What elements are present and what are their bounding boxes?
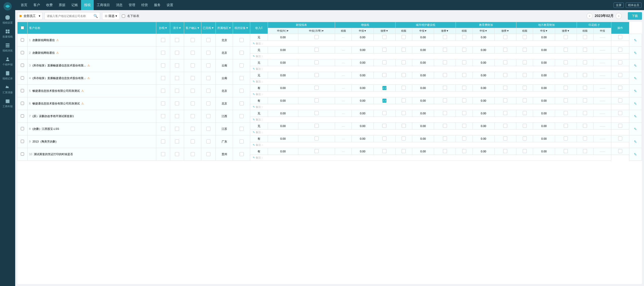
checkbox-unchecked[interactable] bbox=[618, 48, 622, 52]
search-icon[interactable]: 🔍 bbox=[93, 14, 98, 18]
cell-city-report[interactable] bbox=[434, 72, 456, 79]
checkbox-unchecked[interactable] bbox=[564, 149, 568, 153]
checkbox-unchecked[interactable] bbox=[382, 35, 386, 39]
checkbox-unchecked[interactable] bbox=[503, 149, 507, 153]
checkbox-unchecked[interactable] bbox=[462, 73, 466, 77]
checkbox-unchecked[interactable] bbox=[191, 101, 195, 105]
cell-stamp-report[interactable] bbox=[611, 123, 629, 130]
checkbox-unchecked[interactable] bbox=[523, 149, 527, 153]
checkbox-unchecked[interactable] bbox=[161, 76, 165, 80]
cell-edu-report[interactable] bbox=[494, 47, 516, 53]
cell-finance-year[interactable] bbox=[298, 47, 335, 53]
cell-local-report[interactable] bbox=[555, 123, 577, 130]
row-checkbox[interactable] bbox=[21, 140, 24, 143]
cell-edu-report[interactable] bbox=[494, 85, 516, 92]
cell-paid[interactable] bbox=[201, 34, 216, 47]
cell-finance-year[interactable] bbox=[298, 110, 335, 117]
checkbox-unchecked[interactable] bbox=[503, 35, 507, 39]
checkbox-unchecked[interactable] bbox=[564, 60, 568, 64]
checkbox-unchecked[interactable] bbox=[240, 139, 244, 144]
cell-city-pay[interactable] bbox=[456, 59, 473, 66]
cell-vat-pay[interactable] bbox=[395, 34, 412, 41]
checkbox-unchecked[interactable] bbox=[618, 60, 622, 64]
cell-city-report[interactable] bbox=[434, 135, 456, 142]
cell-action[interactable]: ✎ bbox=[629, 123, 642, 135]
checkbox-unchecked[interactable] bbox=[618, 149, 622, 153]
checkbox-unchecked[interactable] bbox=[402, 48, 406, 52]
edit-remark-icon[interactable]: ✎ bbox=[253, 93, 255, 96]
nav-records[interactable]: 记账 bbox=[68, 0, 81, 10]
checkbox-unchecked[interactable] bbox=[315, 73, 319, 77]
edit-remark-icon[interactable]: ✎ bbox=[253, 144, 255, 146]
cell-local-pay[interactable] bbox=[577, 148, 593, 155]
checkbox-unchecked[interactable] bbox=[503, 86, 507, 90]
checkbox-checked[interactable]: ✓ bbox=[382, 99, 386, 103]
cell-finance-year[interactable] bbox=[298, 85, 335, 92]
checkbox-unchecked[interactable] bbox=[618, 35, 622, 39]
cell-copy-tax[interactable] bbox=[156, 59, 170, 72]
cell-vat-pay[interactable] bbox=[395, 123, 412, 130]
cell-copy-tax[interactable] bbox=[156, 85, 170, 97]
checkbox-unchecked[interactable] bbox=[240, 89, 244, 93]
cell-paid[interactable] bbox=[201, 135, 216, 148]
row-checkbox[interactable] bbox=[21, 114, 24, 118]
cell-confirm[interactable] bbox=[184, 59, 201, 72]
checkbox-unchecked[interactable] bbox=[402, 124, 406, 128]
checkbox-unchecked[interactable] bbox=[191, 89, 195, 93]
row-checkbox[interactable] bbox=[21, 76, 24, 80]
cell-local-pay[interactable] bbox=[577, 59, 593, 66]
cell-device[interactable] bbox=[233, 85, 250, 97]
cell-select[interactable] bbox=[17, 110, 28, 123]
cell-clear-card[interactable] bbox=[170, 34, 184, 47]
checkbox-unchecked[interactable] bbox=[175, 51, 179, 55]
checkbox-unchecked[interactable] bbox=[191, 114, 195, 118]
next-month-button[interactable]: › bbox=[616, 13, 622, 19]
cell-copy-tax[interactable] bbox=[156, 72, 170, 85]
edit-remark-icon[interactable]: ✎ bbox=[253, 118, 255, 121]
search-box[interactable]: 🔍 bbox=[45, 12, 100, 20]
cell-edu-pay[interactable] bbox=[516, 47, 533, 53]
cell-vat-pay[interactable] bbox=[395, 72, 412, 79]
cell-device[interactable] bbox=[233, 97, 250, 110]
checkbox-unchecked[interactable] bbox=[175, 76, 179, 80]
checkbox-unchecked[interactable] bbox=[618, 98, 622, 102]
checkbox-unchecked[interactable] bbox=[462, 149, 466, 153]
checkbox-unchecked[interactable] bbox=[503, 48, 507, 52]
checkbox-unchecked[interactable] bbox=[583, 136, 587, 140]
checkbox-unchecked[interactable] bbox=[382, 111, 386, 115]
nav-settings[interactable]: 设置 bbox=[164, 0, 176, 10]
checkbox-unchecked[interactable] bbox=[315, 124, 319, 128]
cell-device[interactable] bbox=[233, 148, 250, 161]
checkbox-unchecked[interactable] bbox=[382, 149, 386, 153]
checkbox-unchecked[interactable] bbox=[315, 86, 319, 90]
checkbox-unchecked[interactable] bbox=[564, 98, 568, 102]
cell-paid[interactable] bbox=[201, 110, 216, 123]
cell-copy-tax[interactable] bbox=[156, 123, 170, 135]
cell-action[interactable]: ✎ bbox=[629, 72, 642, 85]
checkbox-unchecked[interactable] bbox=[462, 124, 466, 128]
cell-device[interactable] bbox=[233, 59, 250, 72]
checkbox-unchecked[interactable] bbox=[175, 114, 179, 118]
cell-clear-card[interactable] bbox=[170, 97, 184, 110]
checkbox-unchecked[interactable] bbox=[523, 136, 527, 140]
prev-month-button[interactable]: ‹ bbox=[587, 13, 593, 19]
checkbox-unchecked[interactable] bbox=[382, 60, 386, 64]
cell-action[interactable]: ✎ bbox=[629, 85, 642, 97]
cell-confirm[interactable] bbox=[184, 110, 201, 123]
cell-paid[interactable] bbox=[201, 59, 216, 72]
checkbox-unchecked[interactable] bbox=[240, 127, 244, 131]
row-checkbox[interactable] bbox=[21, 152, 24, 156]
checkbox-unchecked[interactable] bbox=[443, 86, 447, 90]
cell-edu-report[interactable] bbox=[494, 148, 516, 155]
checkbox-unchecked[interactable] bbox=[315, 35, 319, 39]
cell-vat-pay[interactable] bbox=[395, 59, 412, 66]
cell-local-pay[interactable] bbox=[577, 34, 593, 41]
row-checkbox[interactable] bbox=[21, 89, 24, 92]
cell-copy-tax[interactable] bbox=[156, 97, 170, 110]
checkbox-unchecked[interactable] bbox=[206, 51, 210, 55]
cell-device[interactable] bbox=[233, 135, 250, 148]
cell-paid[interactable] bbox=[201, 85, 216, 97]
cell-local-pay[interactable] bbox=[577, 110, 593, 117]
edit-remark-icon[interactable]: ✎ bbox=[253, 131, 255, 134]
cell-edu-pay[interactable] bbox=[516, 135, 533, 142]
